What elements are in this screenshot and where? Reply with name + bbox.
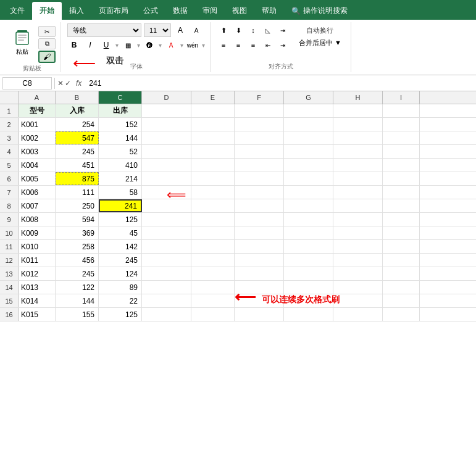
- cell-f3[interactable]: [235, 131, 284, 144]
- cell-i3[interactable]: [383, 131, 420, 144]
- cell-h15[interactable]: [333, 294, 383, 307]
- cell-c2[interactable]: 152: [99, 118, 142, 131]
- cell-c15[interactable]: 22: [99, 294, 142, 307]
- cell-b7[interactable]: 111: [56, 186, 99, 199]
- cell-g7[interactable]: [284, 186, 333, 199]
- cell-b11[interactable]: 258: [56, 240, 99, 253]
- cell-g5[interactable]: [284, 159, 333, 172]
- tab-layout[interactable]: 页面布局: [91, 2, 136, 20]
- cell-h12[interactable]: [333, 254, 383, 267]
- cell-i8[interactable]: [383, 199, 420, 212]
- cell-d15[interactable]: [142, 294, 191, 307]
- cell-i12[interactable]: [383, 254, 420, 267]
- paste-button[interactable]: 粘贴: [9, 23, 36, 60]
- cell-h3[interactable]: [333, 131, 383, 144]
- cut-button[interactable]: ✂: [38, 26, 56, 37]
- cell-g8[interactable]: [284, 199, 333, 212]
- cell-c9[interactable]: 125: [99, 213, 142, 226]
- italic-button[interactable]: I: [83, 38, 97, 52]
- cell-d14[interactable]: [142, 281, 191, 294]
- cell-c7[interactable]: 58: [99, 186, 142, 199]
- cell-d13[interactable]: [142, 267, 191, 280]
- cell-i5[interactable]: [383, 159, 420, 172]
- underline-dropdown[interactable]: ▾: [115, 42, 119, 49]
- align-top-button[interactable]: ⬆: [217, 23, 230, 37]
- cell-f13[interactable]: [235, 267, 284, 280]
- cell-c12[interactable]: 245: [99, 254, 142, 267]
- cell-h8[interactable]: [333, 199, 383, 212]
- cell-i16[interactable]: [383, 308, 420, 321]
- cell-i2[interactable]: [383, 118, 420, 131]
- cell-e12[interactable]: [191, 254, 235, 267]
- cell-d16[interactable]: [142, 308, 191, 321]
- cell-e10[interactable]: [191, 226, 235, 239]
- cell-a3[interactable]: K002: [19, 131, 56, 144]
- cell-a6[interactable]: K005: [19, 172, 56, 185]
- cell-i11[interactable]: [383, 240, 420, 253]
- cell-d5[interactable]: [142, 159, 191, 172]
- cell-b2[interactable]: 254: [56, 118, 99, 131]
- cell-i14[interactable]: [383, 281, 420, 294]
- cell-e11[interactable]: [191, 240, 235, 253]
- tab-insert[interactable]: 插入: [62, 2, 91, 20]
- cell-h10[interactable]: [333, 226, 383, 239]
- cell-a1[interactable]: 型号: [19, 104, 56, 117]
- merge-center-button[interactable]: 合并后居中 ▼: [294, 36, 346, 50]
- cell-g14[interactable]: [284, 281, 333, 294]
- cell-h11[interactable]: [333, 240, 383, 253]
- cell-reference-input[interactable]: [2, 77, 52, 89]
- cell-h6[interactable]: [333, 172, 383, 185]
- cell-d4[interactable]: [142, 145, 191, 158]
- cell-g10[interactable]: [284, 226, 333, 239]
- cell-b8[interactable]: 250: [56, 199, 99, 212]
- cell-d11[interactable]: [142, 240, 191, 253]
- cell-d2[interactable]: [142, 118, 191, 131]
- cell-b16[interactable]: 155: [56, 308, 99, 321]
- cell-b10[interactable]: 369: [56, 226, 99, 239]
- cell-a11[interactable]: K010: [19, 240, 56, 253]
- cell-d1[interactable]: [142, 104, 191, 117]
- cell-e2[interactable]: [191, 118, 235, 131]
- underline-button[interactable]: U: [99, 38, 113, 52]
- cell-f9[interactable]: [235, 213, 284, 226]
- cancel-formula-icon[interactable]: ✕: [57, 79, 64, 88]
- cell-b13[interactable]: 245: [56, 267, 99, 280]
- cell-e6[interactable]: [191, 172, 235, 185]
- cell-c3[interactable]: 144: [99, 131, 142, 144]
- fill-color-button[interactable]: 🅐: [143, 38, 156, 52]
- font-name-select[interactable]: 等线: [67, 23, 141, 37]
- indent-more-button[interactable]: ⇥: [276, 38, 290, 52]
- cell-e15[interactable]: [191, 294, 235, 307]
- cell-f5[interactable]: [235, 159, 284, 172]
- cell-a14[interactable]: K013: [19, 281, 56, 294]
- cell-g15[interactable]: [284, 294, 333, 307]
- confirm-formula-icon[interactable]: ✓: [65, 79, 71, 88]
- cell-g4[interactable]: [284, 145, 333, 158]
- cell-f2[interactable]: [235, 118, 284, 131]
- cell-h13[interactable]: [333, 267, 383, 280]
- cell-b14[interactable]: 122: [56, 281, 99, 294]
- cell-g12[interactable]: [284, 254, 333, 267]
- cell-i13[interactable]: [383, 267, 420, 280]
- cell-h9[interactable]: [333, 213, 383, 226]
- cell-e4[interactable]: [191, 145, 235, 158]
- cell-a4[interactable]: K003: [19, 145, 56, 158]
- cell-a15[interactable]: K014: [19, 294, 56, 307]
- cell-a12[interactable]: K011: [19, 254, 56, 267]
- cell-a5[interactable]: K004: [19, 159, 56, 172]
- cell-h14[interactable]: [333, 281, 383, 294]
- cell-a7[interactable]: K006: [19, 186, 56, 199]
- indent-increase-button[interactable]: ⇥: [276, 23, 290, 37]
- cell-i6[interactable]: [383, 172, 420, 185]
- cell-d12[interactable]: [142, 254, 191, 267]
- cell-i9[interactable]: [383, 213, 420, 226]
- cell-c16[interactable]: 125: [99, 308, 142, 321]
- cell-e5[interactable]: [191, 159, 235, 172]
- cell-g13[interactable]: [284, 267, 333, 280]
- cell-h16[interactable]: [333, 308, 383, 321]
- cell-c1[interactable]: 出库: [99, 104, 142, 117]
- cell-g6[interactable]: [284, 172, 333, 185]
- cell-b6[interactable]: 875: [56, 172, 99, 185]
- cell-c13[interactable]: 124: [99, 267, 142, 280]
- cell-e13[interactable]: [191, 267, 235, 280]
